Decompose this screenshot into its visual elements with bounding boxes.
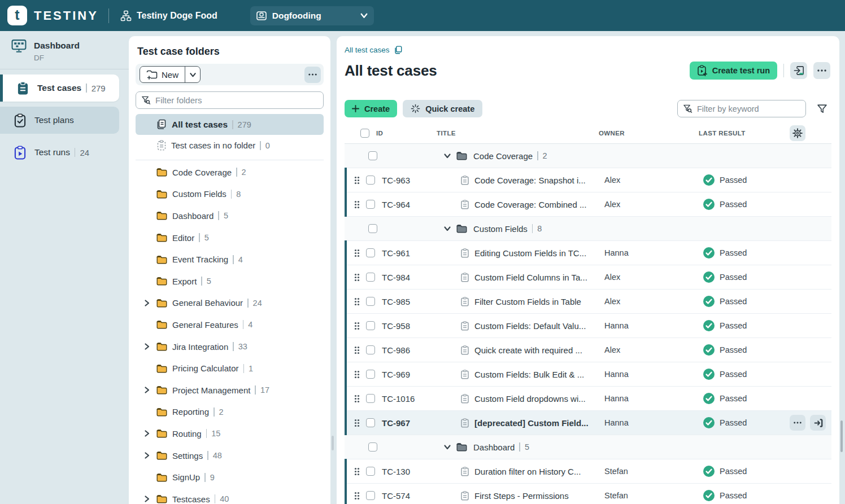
table-row[interactable]: TC-963 Code Coverage: Snapshot i... Alex… — [345, 168, 831, 192]
folder-name[interactable]: Routing — [172, 429, 202, 439]
folder-name[interactable]: Reporting — [172, 407, 209, 417]
table-row[interactable]: TC-967 [deprecated] Custom Field... Hann… — [345, 411, 831, 435]
new-folder-button[interactable]: New — [140, 66, 201, 83]
table-row[interactable]: TC-986 Quick create with required ... Al… — [345, 338, 831, 362]
table-row[interactable]: TC-964 Code Coverage: Combined ... Alex … — [345, 192, 831, 217]
case-title[interactable]: Custom Field dropdowns wi... — [474, 394, 600, 404]
folder-item[interactable]: Custom Fields 8 — [136, 183, 324, 205]
drag-handle-icon[interactable] — [354, 395, 362, 403]
filter-keyword-input[interactable] — [697, 104, 800, 113]
folder-name[interactable]: Settings — [172, 451, 203, 461]
group-row[interactable]: Code Coverage 2 — [345, 144, 831, 168]
drag-handle-icon[interactable] — [354, 322, 362, 330]
row-checkbox[interactable] — [366, 273, 375, 282]
drag-handle-icon[interactable] — [354, 297, 362, 306]
folder-name[interactable]: SignUp — [172, 472, 200, 482]
row-open-button[interactable] — [810, 415, 826, 431]
chevron-right-icon[interactable] — [143, 430, 151, 437]
table-row[interactable]: TC-958 Custom Fields: Default Valu... Ha… — [345, 314, 831, 338]
testiny-logo-icon[interactable]: t — [7, 6, 27, 25]
folder-item[interactable]: Dashboard 5 — [136, 205, 324, 227]
folder-item[interactable]: Code Coverage 2 — [136, 161, 324, 183]
folder-item[interactable]: Project Management 17 — [136, 379, 324, 401]
row-checkbox[interactable] — [366, 467, 375, 476]
drag-handle-icon[interactable] — [354, 467, 362, 476]
filter-folders-input[interactable] — [155, 95, 318, 105]
breadcrumb-label[interactable]: All test cases — [345, 46, 390, 54]
table-row[interactable]: TC-574 First Steps - Permissions Stefan … — [345, 484, 831, 504]
create-button[interactable]: Create — [345, 100, 397, 117]
drag-handle-icon[interactable] — [354, 346, 362, 354]
drag-handle-icon[interactable] — [354, 176, 362, 185]
case-title[interactable]: [deprecated] Custom Field... — [474, 418, 600, 428]
row-checkbox[interactable] — [366, 418, 375, 427]
group-row[interactable]: Dashboard 5 — [345, 435, 831, 459]
chevron-right-icon[interactable] — [143, 343, 151, 350]
folder-item[interactable]: SignUp 9 — [136, 466, 324, 488]
folder-item[interactable]: Settings 48 — [136, 445, 324, 467]
group-name[interactable]: Dashboard — [473, 442, 515, 452]
folder-name[interactable]: General Features — [172, 320, 238, 330]
row-checkbox[interactable] — [366, 200, 375, 209]
quick-create-button[interactable]: Quick create — [403, 100, 482, 117]
row-checkbox[interactable] — [366, 491, 375, 500]
folder-item[interactable]: Editor 5 — [136, 227, 324, 249]
folder-name[interactable]: Dashboard — [172, 211, 214, 221]
brand-name[interactable]: TESTINY — [34, 8, 98, 23]
table-row[interactable]: TC-969 Custom Fields: Bulk Edit & ... Ha… — [345, 362, 831, 387]
row-checkbox[interactable] — [366, 321, 375, 330]
table-settings-button[interactable] — [790, 125, 805, 141]
group-name[interactable]: Code Coverage — [473, 151, 533, 161]
drag-handle-icon[interactable] — [354, 273, 362, 282]
drag-handle-icon[interactable] — [354, 419, 362, 427]
folder-item[interactable]: General Features 4 — [136, 314, 324, 336]
folder-name[interactable]: Export — [172, 277, 197, 286]
breadcrumb[interactable]: All test cases — [345, 36, 831, 54]
chevron-down-icon[interactable] — [443, 443, 451, 451]
folders-more-button[interactable] — [304, 67, 321, 83]
row-more-button[interactable] — [790, 415, 805, 431]
row-checkbox[interactable] — [366, 370, 375, 379]
copy-link-icon[interactable] — [394, 46, 402, 54]
filter-folders-field[interactable] — [136, 91, 324, 109]
case-title[interactable]: Editing Custom Fields in TC... — [474, 248, 600, 258]
chevron-right-icon[interactable] — [143, 495, 151, 503]
folder-item[interactable]: Routing 15 — [136, 423, 324, 445]
folder-name[interactable]: Jira Integration — [172, 342, 228, 352]
drag-handle-icon[interactable] — [354, 200, 362, 209]
folder-item[interactable]: Jira Integration 33 — [136, 336, 324, 358]
case-title[interactable]: Quick create with required ... — [474, 345, 600, 355]
row-checkbox[interactable] — [366, 394, 375, 403]
column-header-owner[interactable]: OWNER — [599, 130, 699, 137]
folder-item[interactable]: Event Tracking 4 — [136, 248, 324, 270]
row-checkbox[interactable] — [368, 151, 377, 160]
case-title[interactable]: Code Coverage: Combined ... — [474, 200, 600, 209]
row-checkbox[interactable] — [366, 176, 375, 185]
case-title[interactable]: Custom Fields: Default Valu... — [474, 321, 600, 331]
table-row[interactable]: TC-961 Editing Custom Fields in TC... Ha… — [345, 241, 831, 265]
case-title[interactable]: First Steps - Permissions — [474, 491, 600, 501]
case-title[interactable]: Custom Fields: Bulk Edit & ... — [474, 370, 600, 379]
row-checkbox[interactable] — [366, 297, 375, 306]
folder-item[interactable]: Reporting 2 — [136, 401, 324, 423]
folder-item[interactable]: Export 5 — [136, 270, 324, 292]
sidebar-item-test-cases[interactable]: Test cases 279 — [0, 74, 119, 102]
group-name[interactable]: Custom Fields — [473, 224, 528, 234]
table-row[interactable]: TC-130 Duration filter on History C... S… — [345, 459, 831, 484]
chevron-down-icon[interactable] — [443, 225, 451, 233]
import-button[interactable] — [790, 62, 807, 79]
chevron-right-icon[interactable] — [143, 299, 151, 307]
chevron-down-icon[interactable] — [443, 152, 451, 160]
drag-handle-icon[interactable] — [354, 370, 362, 379]
folder-item-all-test-cases[interactable]: All test cases 279 — [136, 114, 324, 135]
folder-name[interactable]: General Behaviour — [172, 298, 243, 308]
row-checkbox[interactable] — [366, 248, 375, 257]
folder-name[interactable]: Code Coverage — [172, 168, 232, 177]
sidebar-item-test-plans[interactable]: Test plans — [0, 107, 119, 134]
new-folder-dropdown[interactable] — [185, 67, 200, 82]
case-title[interactable]: Filter Custom Fields in Table — [474, 297, 600, 306]
folder-item[interactable]: Testcases 40 — [136, 488, 324, 504]
sidebar-item-test-runs[interactable]: Test runs 24 — [0, 139, 119, 166]
group-row[interactable]: Custom Fields 8 — [345, 217, 831, 241]
case-title[interactable]: Duration filter on History C... — [474, 467, 600, 476]
